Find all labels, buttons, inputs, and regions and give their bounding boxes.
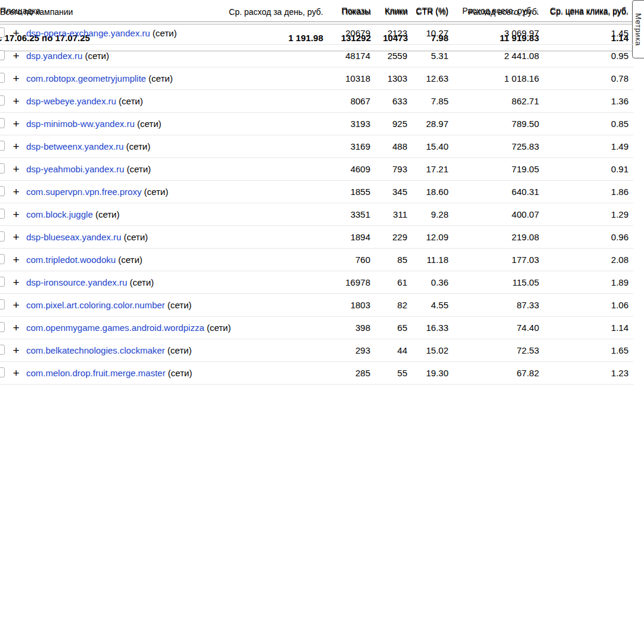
site-link[interactable]: com.block.juggle [26,209,93,219]
site-link[interactable]: dsp-yeahmobi.yandex.ru [26,164,124,174]
site-link[interactable]: com.belkatechnologies.clockmaker [26,345,165,355]
site-network-label: (сети) [129,277,154,287]
row-checkbox[interactable] [0,345,5,355]
cpc-value: 1.86 [539,187,628,197]
row-checkbox[interactable] [0,95,5,106]
col-clicks[interactable]: Клики [370,6,407,16]
cpc-value: 1.89 [539,277,628,287]
col-impressions[interactable]: Показы [323,6,370,16]
expand-plus-icon[interactable]: + [6,299,26,311]
ctr-value: 11.18 [407,255,448,265]
expand-plus-icon[interactable]: + [6,186,26,197]
site-network-label: (сети) [207,323,231,333]
table-row: + com.robtopx.geometryjumplite (сети) 10… [0,67,633,90]
table-row: + com.pixel.art.coloring.color.number (с… [0,294,633,317]
site-link[interactable]: dsp-blueseax.yandex.ru [26,232,121,242]
clicks-value: 44 [370,345,407,355]
site-link[interactable]: dsp-opera-exchange.yandex.ru [26,28,150,38]
ctr-value: 17.21 [407,164,448,174]
table-row: + dsp-betweenx.yandex.ru (сети) 3169 488… [0,135,633,158]
site-link[interactable]: dsp.yandex.ru [26,51,82,61]
table-row: + dsp-blueseax.yandex.ru (сети) 1894 229… [0,226,633,249]
spend-value: 177.03 [448,255,539,265]
placements-body: + dsp-opera-exchange.yandex.ru (сети) 20… [0,22,633,385]
row-checkbox[interactable] [0,322,5,332]
row-checkbox[interactable] [0,254,5,264]
cpc-value: 2.08 [539,255,628,265]
expand-plus-icon[interactable]: + [6,367,26,379]
ctr-value: 10.27 [407,28,448,38]
row-checkbox[interactable] [0,27,5,38]
clicks-value: 229 [370,232,407,242]
spend-value: 115.05 [448,277,539,287]
expand-plus-icon[interactable]: + [6,95,26,107]
ctr-value: 12.09 [407,232,448,242]
cpc-value: 1.14 [539,323,628,333]
site-link[interactable]: com.tripledot.woodoku [26,255,116,265]
clicks-value: 82 [370,300,407,310]
expand-plus-icon[interactable]: + [6,163,26,175]
expand-plus-icon[interactable]: + [6,118,26,129]
row-checkbox[interactable] [0,277,5,287]
expand-plus-icon[interactable]: + [6,322,26,333]
site-link[interactable]: dsp-minimob-ww.yandex.ru [26,119,135,129]
col-ctr[interactable]: CTR (%) [407,6,448,16]
expand-plus-icon[interactable]: + [6,345,26,356]
impressions-value: 3193 [323,119,370,129]
impressions-value: 1894 [323,232,370,242]
expand-plus-icon[interactable]: + [6,27,26,39]
impressions-value: 760 [323,255,370,265]
site-network-label: (сети) [126,164,151,174]
clicks-value: 345 [370,187,407,197]
table-row: + dsp-minimob-ww.yandex.ru (сети) 3193 9… [0,113,633,135]
expand-plus-icon[interactable]: + [6,231,26,243]
clicks-value: 793 [370,164,407,174]
cpc-value: 1.29 [539,209,628,219]
col-placement[interactable]: Площадка [0,6,323,16]
row-checkbox[interactable] [0,73,5,83]
impressions-value: 293 [323,345,370,355]
impressions-value: 16978 [323,277,370,287]
site-network-label: (сети) [168,300,192,310]
site-link[interactable]: com.openmygame.games.android.wordpizza [26,323,204,333]
spend-value: 67.82 [448,368,539,378]
row-checkbox[interactable] [0,186,5,196]
site-link[interactable]: dsp-betweenx.yandex.ru [26,141,123,151]
metrika-side-tab[interactable]: Метрика [632,0,644,58]
spend-value: 789.50 [448,119,539,129]
cpc-value: 1.06 [539,300,628,310]
spend-value: 719.05 [448,164,539,174]
expand-plus-icon[interactable]: + [6,209,26,220]
expand-plus-icon[interactable]: + [6,254,26,265]
row-checkbox[interactable] [0,118,5,128]
expand-plus-icon[interactable]: + [6,277,26,288]
expand-plus-icon[interactable]: + [6,50,26,61]
row-checkbox[interactable] [0,50,5,60]
col-cpc[interactable]: Ср. цена клика, руб. [539,6,628,16]
ctr-value: 12.63 [407,73,448,83]
site-link[interactable]: com.robtopx.geometryjumplite [26,73,146,83]
site-link[interactable]: com.melon.drop.fruit.merge.master [26,368,165,378]
expand-plus-icon[interactable]: + [6,73,26,84]
row-checkbox[interactable] [0,163,5,174]
impressions-value: 8067 [323,96,370,106]
table-row: + com.openmygame.games.android.wordpizza… [0,317,633,339]
row-checkbox[interactable] [0,299,5,309]
row-checkbox[interactable] [0,231,5,242]
site-link[interactable]: dsp-ironsource.yandex.ru [26,277,127,287]
site-link[interactable]: com.pixel.art.coloring.color.number [26,300,165,310]
site-link[interactable]: dsp-webeye.yandex.ru [26,96,116,106]
spend-value: 3 069.97 [448,28,539,38]
col-total-spend[interactable]: Расход всего, руб.↓ [448,6,539,16]
expand-plus-icon[interactable]: + [6,141,26,152]
row-checkbox[interactable] [0,209,5,219]
row-checkbox[interactable] [0,141,5,151]
site-link[interactable]: com.supervpn.vpn.free.proxy [26,187,141,197]
clicks-value: 633 [370,96,407,106]
metrika-tab-label: Метрика [634,13,643,46]
impressions-value: 4609 [323,164,370,174]
cpc-value: 0.96 [539,232,628,242]
table-row: + dsp-opera-exchange.yandex.ru (сети) 20… [0,22,633,45]
row-checkbox[interactable] [0,367,5,377]
cpc-value: 0.78 [539,73,628,83]
